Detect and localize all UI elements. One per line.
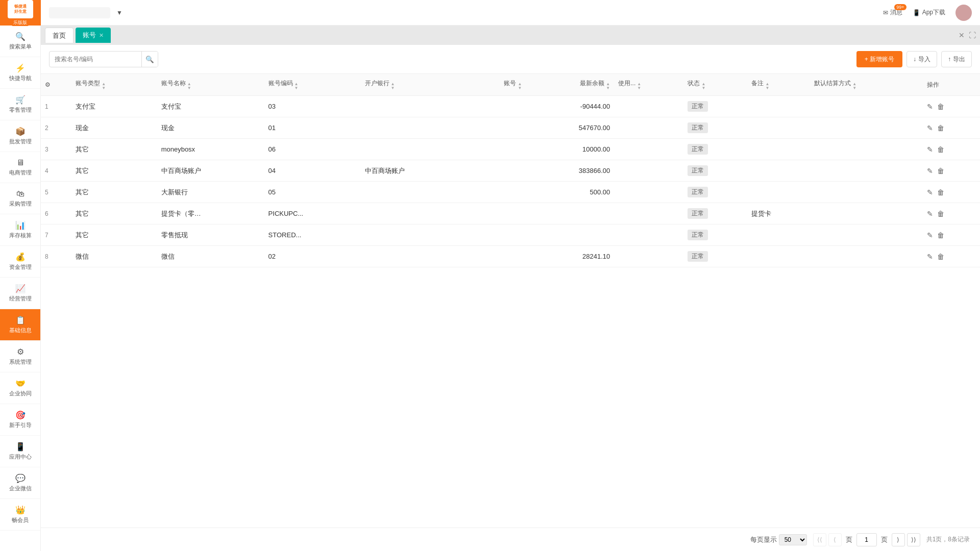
page-navigator: ⟨⟨ ⟨ 页 页 ⟩ ⟩⟩ (813, 533, 920, 546)
col-account[interactable]: 账号▲▼ (468, 74, 526, 96)
delete-button[interactable]: 🗑 (937, 210, 944, 218)
topbar-search-input[interactable] (54, 9, 95, 16)
edit-button[interactable]: ✎ (927, 188, 933, 196)
table-container: ⚙账号类型▲▼账号名称▲▼账号编码▲▼开户银行▲▼账号▲▼最新余额▲▼使用...… (41, 74, 980, 528)
topbar-search[interactable] (49, 7, 110, 18)
delete-button[interactable]: 🗑 (937, 145, 944, 154)
tab-account[interactable]: 账号 ✕ (76, 28, 111, 43)
col-code[interactable]: 账号编码▲▼ (264, 74, 361, 96)
app-download-button[interactable]: 📱 App下载 (913, 8, 945, 17)
user-avatar[interactable] (955, 5, 972, 21)
col-balance[interactable]: 最新余额▲▼ (526, 74, 614, 96)
topbar-left: ▼ (49, 7, 122, 18)
delete-button[interactable]: 🗑 (937, 103, 944, 111)
col-name[interactable]: 账号名称▲▼ (157, 74, 264, 96)
message-button[interactable]: ✉ 消息 99+ (883, 8, 902, 17)
enterprise-icon: 🤝 (15, 379, 26, 388)
export-icon: ↑ (948, 56, 951, 63)
sidebar-item-label: 经营管理 (9, 295, 32, 303)
tab-close-icon[interactable]: ✕ (99, 32, 104, 39)
sidebar-item-appcenter[interactable]: 📱应用中心 (0, 436, 40, 467)
wholesale-icon: 📦 (15, 127, 26, 136)
sidebar-item-label: 库存核算 (9, 232, 32, 239)
row-num: 7 (41, 224, 71, 246)
delete-button[interactable]: 🗑 (937, 167, 944, 175)
sidebar-item-wechat[interactable]: 💬企业微信 (0, 467, 40, 499)
sidebar-item-member[interactable]: 👑畅会员 (0, 499, 40, 531)
fullscreen-icon[interactable]: ⛶ (969, 31, 976, 39)
page-input[interactable] (856, 533, 877, 546)
sidebar-item-retail[interactable]: 🛒零售管理 (0, 89, 40, 120)
row-name: 大新银行 (157, 182, 264, 203)
edit-button[interactable]: ✎ (927, 124, 933, 132)
edit-button[interactable]: ✎ (927, 253, 933, 261)
sidebar-item-basic[interactable]: 📋基础信息 (0, 309, 40, 341)
search-input[interactable] (50, 56, 141, 63)
sidebar-item-label: 应用中心 (9, 453, 32, 461)
delete-button[interactable]: 🗑 (937, 231, 944, 239)
search-button[interactable]: 🔍 (141, 52, 158, 67)
row-remark (747, 139, 810, 160)
col-bank[interactable]: 开户银行▲▼ (361, 74, 468, 96)
row-settle (810, 246, 923, 267)
sidebar-item-wholesale[interactable]: 📦批发管理 (0, 120, 40, 152)
row-status: 正常 (683, 246, 747, 267)
sidebar-item-label: 电商管理 (9, 169, 32, 177)
row-code: PICKUPC... (264, 203, 361, 224)
col-status[interactable]: 状态▲▼ (683, 74, 747, 96)
add-account-button[interactable]: + 新增账号 (856, 51, 902, 67)
sidebar-item-system[interactable]: ⚙系统管理 (0, 341, 40, 372)
sidebar-item-ecommerce[interactable]: 🖥电商管理 (0, 152, 40, 183)
search-bar[interactable]: 🔍 (49, 51, 158, 67)
search-icon: 🔍 (145, 56, 154, 63)
row-actions: ✎ 🗑 (923, 224, 980, 246)
app-download-icon: 📱 (913, 9, 920, 16)
delete-button[interactable]: 🗑 (937, 253, 944, 261)
window-close-icon[interactable]: ✕ (959, 31, 965, 39)
edit-button[interactable]: ✎ (927, 103, 933, 111)
sidebar-item-enterprise[interactable]: 🤝企业协同 (0, 372, 40, 404)
edit-button[interactable]: ✎ (927, 210, 933, 218)
table-row: 4 其它 中百商场账户 04 中百商场账户 383866.00 正常 ✎ 🗑 (41, 160, 980, 182)
row-use (614, 117, 683, 139)
last-page-button[interactable]: ⟩⟩ (907, 533, 920, 546)
row-bank: 中百商场账户 (361, 160, 468, 182)
table-row: 6 其它 提货卡（零… PICKUPC... 正常 提货卡 ✎ 🗑 (41, 203, 980, 224)
total-info: 共1页，8条记录 (926, 535, 970, 544)
row-num: 8 (41, 246, 71, 267)
export-button[interactable]: ↑ 导出 (941, 51, 972, 67)
delete-button[interactable]: 🗑 (937, 124, 944, 132)
row-remark (747, 224, 810, 246)
sidebar-item-inventory[interactable]: 📊库存核算 (0, 214, 40, 246)
row-account (468, 160, 526, 182)
tab-home[interactable]: 首页 (45, 28, 74, 43)
import-button[interactable]: ↓ 导入 (906, 51, 937, 67)
sidebar-item-purchase[interactable]: 🛍采购管理 (0, 183, 40, 214)
first-page-button[interactable]: ⟨⟨ (813, 533, 826, 546)
sidebar-item-operations[interactable]: 📈经营管理 (0, 278, 40, 309)
sidebar-item-finance[interactable]: 💰资金管理 (0, 246, 40, 278)
row-bank (361, 117, 468, 139)
row-use (614, 224, 683, 246)
row-remark (747, 117, 810, 139)
delete-button[interactable]: 🗑 (937, 188, 944, 196)
topbar-dropdown[interactable]: ▼ (116, 9, 122, 16)
col-type[interactable]: 账号类型▲▼ (71, 74, 157, 96)
col-settle[interactable]: 默认结算方式▲▼ (810, 74, 923, 96)
row-settle (810, 96, 923, 117)
col-use[interactable]: 使用...▲▼ (614, 74, 683, 96)
appcenter-icon: 📱 (15, 442, 26, 452)
sort-icon: ▲▼ (637, 82, 641, 90)
table-body: 1 支付宝 支付宝 03 -90444.00 正常 ✎ 🗑 2 现金 现金 01… (41, 96, 980, 267)
edit-button[interactable]: ✎ (927, 231, 933, 239)
sidebar-item-label: 新手引导 (9, 421, 32, 429)
next-page-button[interactable]: ⟩ (892, 533, 905, 546)
col-remark[interactable]: 备注▲▼ (747, 74, 810, 96)
prev-page-button[interactable]: ⟨ (828, 533, 842, 546)
edit-button[interactable]: ✎ (927, 167, 933, 175)
sidebar-item-shortcut[interactable]: ⚡快捷导航 (0, 57, 40, 89)
per-page-select[interactable]: 50 100 200 (779, 534, 807, 545)
sidebar-item-search[interactable]: 🔍搜索菜单 (0, 26, 40, 57)
sidebar-item-newguide[interactable]: 🎯新手引导 (0, 404, 40, 436)
edit-button[interactable]: ✎ (927, 145, 933, 154)
